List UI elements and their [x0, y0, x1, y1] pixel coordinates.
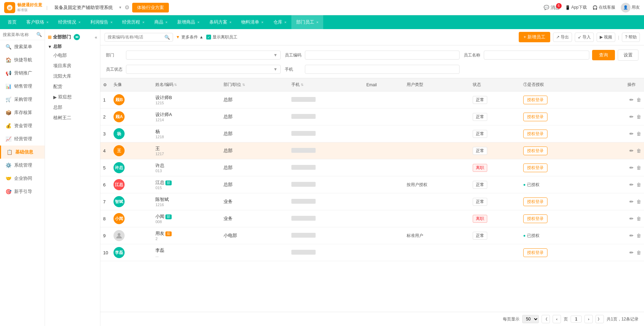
auth-button[interactable]: 授权登录	[523, 113, 547, 121]
edit-button[interactable]: ✏	[629, 182, 634, 187]
dept-item-project[interactable]: 项目库房	[48, 61, 100, 71]
tab-home[interactable]: 首页	[3, 15, 21, 29]
edit-button[interactable]: ✏	[629, 233, 634, 238]
first-page-button[interactable]: 《	[542, 315, 550, 323]
delete-button[interactable]: 🗑	[636, 182, 641, 187]
query-button[interactable]: 查询	[592, 50, 615, 60]
close-icon[interactable]: ×	[165, 20, 167, 24]
sidebar-item-system[interactable]: ⚙️ 系统管理	[0, 159, 45, 172]
delete-button[interactable]: 🗑	[636, 131, 641, 136]
sidebar-item-guide[interactable]: 🎯 新手引导	[0, 185, 45, 198]
emp-code-input[interactable]	[305, 51, 460, 60]
edit-button[interactable]: ✏	[629, 216, 634, 221]
search-input[interactable]	[108, 35, 163, 39]
collapse-dept-icon[interactable]: «	[95, 35, 97, 40]
emp-status-select[interactable]: ▼	[126, 65, 281, 74]
edit-button[interactable]: ✏	[629, 148, 634, 153]
dept-item-peihuo[interactable]: 配货	[48, 81, 100, 92]
tab-warehouse[interactable]: 仓库×	[269, 15, 291, 29]
page-input[interactable]	[571, 316, 582, 323]
set-button[interactable]: 设置	[618, 50, 638, 61]
close-icon[interactable]: ×	[110, 20, 112, 24]
trial-button[interactable]: 体验行业方案	[132, 3, 169, 12]
add-employee-button[interactable]: + 新增员工	[519, 32, 550, 42]
auth-button[interactable]: 授权登录	[523, 130, 547, 138]
sidebar-item-marketing[interactable]: 📢 营销推广	[0, 67, 45, 80]
close-icon[interactable]: ×	[142, 20, 144, 24]
delete-button[interactable]: 🗑	[636, 114, 641, 120]
tab-add-goods[interactable]: 新增商品×	[172, 15, 204, 29]
import-button[interactable]: ↙ 导入	[575, 33, 594, 42]
emp-name-input[interactable]	[484, 51, 589, 60]
next-page-button[interactable]: ›	[584, 315, 593, 323]
dept-item-xiaodibu[interactable]: 小电部	[48, 50, 100, 61]
edit-button[interactable]: ✏	[629, 131, 634, 136]
edit-button[interactable]: ✏	[629, 97, 634, 103]
auth-button[interactable]: 授权登录	[523, 147, 547, 155]
sidebar-item-inventory[interactable]: 📦 库存核算	[0, 106, 45, 119]
user-area[interactable]: 👤 用友	[621, 3, 640, 12]
delete-button[interactable]: 🗑	[636, 165, 641, 170]
tab-goods[interactable]: 商品×	[149, 15, 172, 29]
app-download-link[interactable]: 📱 App下载	[565, 5, 587, 10]
help-button[interactable]: ? 帮助	[622, 33, 640, 42]
sidebar-search-input[interactable]	[3, 32, 36, 37]
dropdown-arrow-icon[interactable]: ▼	[118, 6, 122, 9]
tab-employees[interactable]: 部门员工×	[291, 15, 323, 29]
dept-item-zhushu[interactable]: 植树王二	[48, 113, 100, 123]
col-dept[interactable]: 部门/职位	[221, 78, 289, 91]
delete-button[interactable]: 🗑	[636, 148, 641, 153]
col-name[interactable]: 姓名/编码	[153, 78, 221, 91]
tab-bom[interactable]: 物料清单×	[236, 15, 268, 29]
col-settings[interactable]: ⚙	[100, 78, 111, 91]
more-filter-btn[interactable]: ▼ 更多条件 ▲	[176, 34, 203, 40]
edit-dept-icon[interactable]: ✏	[74, 34, 80, 40]
settings-icon[interactable]: ⚙	[125, 4, 129, 11]
edit-button[interactable]: ✏	[629, 165, 634, 170]
dept-item-shuangdou[interactable]: ▶ 双痘想	[48, 92, 100, 102]
edit-button[interactable]: ✏	[629, 250, 634, 255]
tab-operations[interactable]: 经营情况×	[53, 15, 85, 29]
dept-item-zongbu[interactable]: 总部	[48, 102, 100, 113]
edit-button[interactable]: ✏	[629, 199, 634, 204]
delete-button[interactable]: 🗑	[636, 97, 641, 103]
sidebar-search-box[interactable]: 🔍	[0, 29, 45, 40]
sidebar-item-basic[interactable]: 📋 基础信息	[0, 146, 45, 159]
prev-page-button[interactable]: ‹	[553, 315, 561, 323]
delete-button[interactable]: 🗑	[636, 199, 641, 204]
auth-button[interactable]: 授权登录	[523, 197, 547, 206]
export-button[interactable]: ↗ 导出	[553, 33, 572, 42]
dept-item-shenyang[interactable]: 沈阳大库	[48, 71, 100, 81]
delete-button[interactable]: 🗑	[636, 233, 641, 238]
sidebar-item-search[interactable]: 🔍 搜索菜单	[0, 40, 45, 53]
close-icon[interactable]: ×	[284, 20, 287, 24]
delete-button[interactable]: 🗑	[636, 216, 641, 221]
auth-button[interactable]: 授权登录	[523, 164, 547, 172]
close-icon[interactable]: ×	[229, 20, 232, 24]
page-size-select[interactable]: 50	[522, 315, 539, 323]
delete-button[interactable]: 🗑	[636, 250, 641, 255]
sidebar-item-sales[interactable]: 📊 销售管理	[0, 80, 45, 93]
show-resign-checkbox[interactable]: ✓ 显示离职员工	[206, 34, 237, 40]
close-icon[interactable]: ×	[197, 20, 199, 24]
close-icon[interactable]: ×	[78, 20, 80, 24]
auth-button[interactable]: 授权登录	[523, 96, 547, 104]
close-icon[interactable]: ×	[261, 20, 263, 24]
tab-barcode[interactable]: 条码方案×	[205, 15, 236, 29]
sidebar-item-collab[interactable]: 🤝 企业协同	[0, 172, 45, 185]
online-service-link[interactable]: 🎧 在线客服	[592, 5, 615, 10]
tab-journey[interactable]: 经营历程×	[117, 15, 149, 29]
message-badge[interactable]: 💬 消息 6	[544, 5, 560, 11]
dept-group-zongbu[interactable]: ▼ 总部	[45, 42, 100, 50]
auth-button[interactable]: 授权登录	[523, 214, 547, 223]
tab-profit[interactable]: 利润报告×	[85, 15, 117, 29]
col-phone[interactable]: 手机	[289, 78, 363, 91]
sidebar-item-nav[interactable]: 🏠 快捷导航	[0, 53, 45, 67]
sidebar-item-finance[interactable]: 💰 资金管理	[0, 119, 45, 132]
phone-input[interactable]	[305, 65, 460, 74]
view-button[interactable]: ▶ 视频	[597, 33, 615, 42]
sidebar-item-purchase[interactable]: 🛒 采购管理	[0, 93, 45, 106]
auth-button[interactable]: 授权登录	[523, 248, 547, 257]
edit-button[interactable]: ✏	[629, 114, 634, 120]
close-icon[interactable]: ×	[316, 20, 318, 24]
